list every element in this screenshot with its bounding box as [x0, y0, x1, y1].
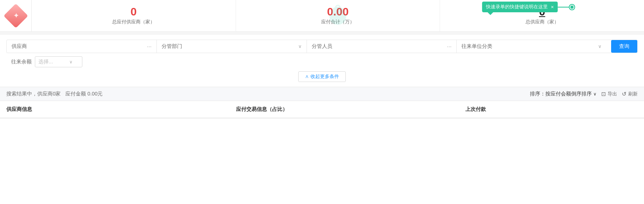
- unit-label: 往来单位分类: [461, 43, 492, 50]
- tooltip-area: 快速录单的快捷键说明在这里 ×: [482, 2, 575, 12]
- balance-placeholder: 选择...: [38, 58, 53, 65]
- sort-arrow-icon: ∨: [593, 92, 596, 97]
- results-actions: 排序：按应付会额倒序排序 ∨ ⊡ 导出 ↺ 刷新: [530, 90, 638, 97]
- department-label: 分管部门: [162, 43, 182, 50]
- person-input[interactable]: [335, 44, 446, 50]
- results-amount: 应付金额 0.00元: [65, 90, 103, 97]
- refresh-icon: ↺: [622, 91, 627, 97]
- bag-bg-icon: [324, 2, 352, 30]
- search-area: 供应商 ··· 分管部门 ∨ 分管人员 ··· 往来单位分类 ∨ 查询 往来余额…: [0, 35, 644, 87]
- col-header-supplier: 供应商信息: [6, 106, 236, 113]
- unit-input[interactable]: [495, 44, 596, 50]
- stats-row: ✦ 0 总应付供应商（家） 0.00 应付合计（万） 快速录单的快捷键说明在这里…: [0, 0, 644, 32]
- table-header: 供应商信息 应付交易信息（占比） 上次付款: [0, 101, 644, 118]
- supplier-input[interactable]: [34, 44, 145, 50]
- search-row-1: 供应商 ··· 分管部门 ∨ 分管人员 ··· 往来单位分类 ∨ 查询: [6, 40, 638, 53]
- stat-label-suppliers: 总供应商（家）: [526, 19, 559, 25]
- person-field: 分管人员 ···: [307, 40, 457, 53]
- logo-area: ✦: [0, 0, 32, 31]
- stat-total-payable-suppliers: 0 总应付供应商（家）: [32, 0, 236, 31]
- col-header-payment: 上次付款: [465, 106, 638, 113]
- stat-label-payable: 总应付供应商（家）: [112, 19, 155, 25]
- balance-arrow: ∨: [69, 59, 72, 65]
- stat-total-amount: 0.00 应付合计（万）: [236, 0, 440, 31]
- supplier-label: 供应商: [11, 43, 31, 50]
- results-text: 搜索结果中，供应商0家: [6, 90, 61, 97]
- tooltip-text: 快速录单的快捷键说明在这里: [486, 4, 548, 10]
- results-bar: 搜索结果中，供应商0家 应付金额 0.00元 排序：按应付会额倒序排序 ∨ ⊡ …: [0, 87, 644, 101]
- export-button[interactable]: ⊡ 导出: [601, 91, 617, 97]
- department-input[interactable]: [185, 44, 297, 50]
- export-label: 导出: [608, 91, 617, 97]
- results-summary: 搜索结果中，供应商0家 应付金额 0.00元: [6, 90, 103, 97]
- unit-field: 往来单位分类 ∨: [457, 40, 606, 53]
- tooltip-close[interactable]: ×: [551, 4, 554, 10]
- supplier-field: 供应商 ···: [7, 40, 157, 53]
- collapse-row: ∧ 收起更多条件: [6, 70, 638, 84]
- balance-select[interactable]: 选择... ∨: [35, 56, 82, 67]
- stat-number-payable: 0: [131, 6, 137, 18]
- collapse-button[interactable]: ∧ 收起更多条件: [298, 71, 345, 82]
- unit-arrow[interactable]: ∨: [598, 44, 602, 49]
- export-icon: ⊡: [601, 91, 606, 97]
- tooltip-dot: [570, 5, 574, 10]
- stat-total-suppliers: 快速录单的快捷键说明在这里 × 0 总供应商（家）: [440, 0, 644, 31]
- tooltip-line: [558, 7, 570, 8]
- supplier-dots[interactable]: ···: [147, 43, 152, 50]
- refresh-button[interactable]: ↺ 刷新: [622, 91, 638, 97]
- department-arrow[interactable]: ∨: [298, 44, 302, 49]
- sort-button[interactable]: 排序：按应付会额倒序排序 ∨: [530, 90, 596, 97]
- col-header-transaction: 应付交易信息（占比）: [236, 106, 466, 113]
- department-field: 分管部门 ∨: [157, 40, 307, 53]
- tooltip-arrow: [488, 10, 493, 15]
- person-dots[interactable]: ···: [447, 43, 452, 50]
- search-row-2: 往来余额 选择... ∨: [6, 56, 638, 67]
- table-body: [0, 118, 644, 204]
- refresh-label: 刷新: [628, 91, 638, 97]
- search-button[interactable]: 查询: [611, 40, 637, 53]
- balance-label: 往来余额: [11, 58, 32, 65]
- sort-label: 排序：按应付会额倒序排序: [530, 90, 592, 97]
- person-label: 分管人员: [312, 43, 332, 50]
- tooltip-bubble: 快速录单的快捷键说明在这里 ×: [482, 2, 558, 12]
